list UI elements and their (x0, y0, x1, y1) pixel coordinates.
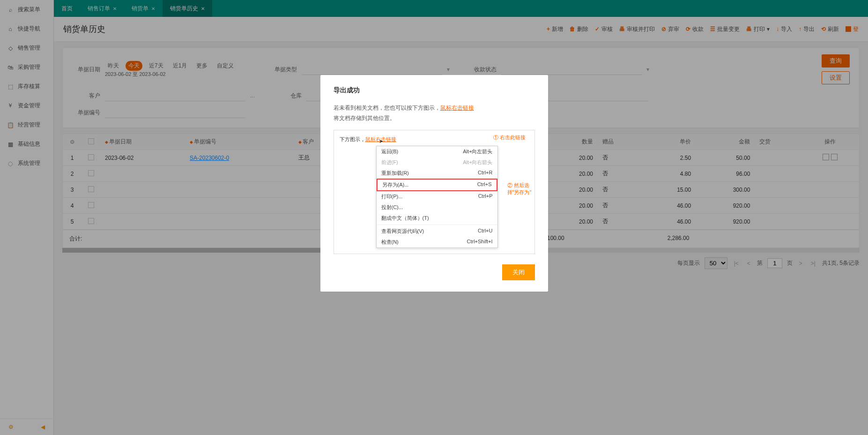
ctx-menu-item: 投射(C)... (377, 202, 497, 213)
cursor-icon: ➤ (379, 138, 383, 144)
modal-close-button[interactable]: 关闭 (502, 264, 535, 280)
hint-2: ② 然后选择"另存为" (507, 182, 534, 196)
ctx-menu-item: 翻成中文（简体）(T) (377, 213, 497, 224)
modal-text: 若未看到相关文档，您也可以按下方图示，鼠标右击链接 将文档存储到其他位置。 (334, 103, 535, 123)
ctx-menu-item: 返回(B)Alt+向左箭头 (377, 146, 497, 157)
export-success-dialog: 导出成功 若未看到相关文档，您也可以按下方图示，鼠标右击链接 将文档存储到其他位… (320, 75, 548, 292)
modal-title: 导出成功 (334, 86, 535, 95)
hint-1: ① 右击此链接 (493, 134, 526, 141)
instruction-diagram: 下方图示，鼠标右击链接 ➤ ① 右击此链接 返回(B)Alt+向左箭头前进(F)… (334, 130, 535, 254)
ctx-menu-item: 检查(N)Ctrl+Shift+I (377, 237, 497, 248)
ctx-menu-item: 打印(P)...Ctrl+P (377, 191, 497, 202)
context-menu-illustration: 返回(B)Alt+向左箭头前进(F)Alt+向右箭头重新加载(R)Ctrl+R另… (376, 146, 498, 248)
right-click-link[interactable]: 鼠标右击链接 (440, 105, 474, 111)
ctx-menu-item: 重新加载(R)Ctrl+R (377, 168, 497, 179)
modal-overlay: 导出成功 若未看到相关文档，您也可以按下方图示，鼠标右击链接 将文档存储到其他位… (0, 0, 868, 435)
ctx-menu-item: 前进(F)Alt+向右箭头 (377, 157, 497, 168)
ctx-menu-item: 查看网页源代码(V)Ctrl+U (377, 226, 497, 237)
ctx-menu-item: 另存为(A)...Ctrl+S (377, 179, 497, 191)
